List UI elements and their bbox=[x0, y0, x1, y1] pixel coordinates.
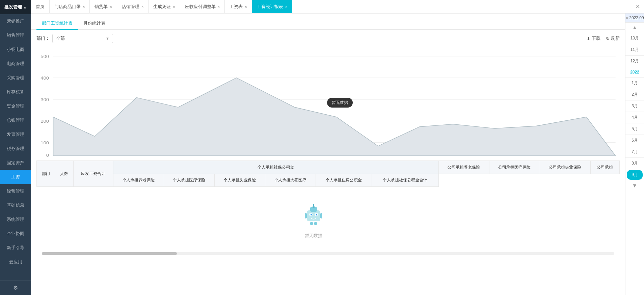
sidebar-item-cloud[interactable]: 云应用 bbox=[0, 255, 31, 269]
content-area: 部门工资统计表 月份统计表 部门： 全部 ▼ ⬇ bbox=[31, 13, 644, 295]
date-panel: ✕ 2022.09 ▲ 10月11月12月20221月2月3月4月5月6月7月8… bbox=[625, 13, 644, 295]
tab-monthly-stats[interactable]: 月份统计表 bbox=[78, 18, 111, 30]
tab-label-store-management: 店铺管理 bbox=[122, 4, 139, 10]
svg-point-24 bbox=[316, 214, 317, 215]
table-container[interactable]: 部门 人数 应发工资合计 个人承担社保公积金 公司承担养老保险 公司承担医疗保险… bbox=[36, 160, 620, 252]
svg-text:500: 500 bbox=[41, 54, 49, 59]
date-item-10[interactable]: 7月 bbox=[625, 146, 644, 158]
date-item-9[interactable]: 6月 bbox=[625, 135, 644, 146]
sidebar-footer: ⚙ bbox=[0, 280, 31, 295]
download-button[interactable]: ⬇ 下载 bbox=[587, 35, 600, 41]
svg-rect-18 bbox=[320, 213, 322, 218]
sidebar-item-ecommerce-small[interactable]: 小畅电商 bbox=[0, 42, 31, 57]
tab-label-payroll-report: 工资统计报表 bbox=[257, 4, 283, 10]
download-label: 下载 bbox=[592, 35, 600, 41]
empty-state: 暂无数据 bbox=[37, 187, 591, 252]
tab-store-management[interactable]: 店铺管理× bbox=[117, 0, 149, 13]
sidebar-item-sales[interactable]: 销售管理 bbox=[0, 28, 31, 42]
toolbar: 部门： 全部 ▼ ⬇ 下载 ↻ 刷新 bbox=[31, 30, 625, 47]
sidebar-nav: 营销推广销售管理小畅电商电商管理采购管理库存核算资金管理总账管理发票管理税务管理… bbox=[0, 14, 31, 269]
col-personal-unemployment: 个人承担失业保险 bbox=[214, 174, 265, 187]
date-item-8[interactable]: 5月 bbox=[625, 123, 644, 135]
col-personal-housing: 个人承担住房公积金 bbox=[316, 174, 372, 187]
sidebar-item-tax[interactable]: 税务管理 bbox=[0, 142, 31, 156]
date-panel-header[interactable]: ✕ 2022.09 bbox=[625, 13, 644, 23]
date-item-3[interactable]: 2022 bbox=[625, 67, 644, 78]
date-item-4[interactable]: 1月 bbox=[625, 78, 644, 89]
table-header-row-detail: 个人承担养老保险 个人承担医疗保险 个人承担失业保险 个人承担大额医疗 个人承担… bbox=[37, 174, 620, 187]
tab-close-sales-order[interactable]: × bbox=[110, 5, 112, 9]
table-scrollbar[interactable] bbox=[42, 252, 614, 255]
date-item-7[interactable]: 4月 bbox=[625, 112, 644, 123]
svg-text:400: 400 bbox=[41, 76, 49, 81]
col-total-salary: 应发工资合计 bbox=[73, 161, 113, 187]
sidebar-title: 批发管理 bbox=[4, 4, 22, 10]
tab-close-payroll[interactable]: × bbox=[245, 5, 247, 9]
tab-sales-order[interactable]: 销货单× bbox=[90, 0, 117, 13]
tab-production-cert[interactable]: 生成凭证× bbox=[149, 0, 180, 13]
tab-label-product-catalog: 门店商品目录 bbox=[54, 4, 81, 10]
col-company-more: 公司承担 bbox=[590, 161, 619, 174]
sidebar-item-finance[interactable]: 资金管理 bbox=[0, 99, 31, 113]
date-item-6[interactable]: 3月 bbox=[625, 100, 644, 112]
sidebar-item-marketing[interactable]: 营销推广 bbox=[0, 14, 31, 28]
sidebar-item-system[interactable]: 系统管理 bbox=[0, 212, 31, 227]
svg-marker-12 bbox=[53, 78, 615, 156]
toolbar-right: ⬇ 下载 ↻ 刷新 bbox=[587, 35, 620, 41]
tab-close-product-catalog[interactable]: × bbox=[83, 5, 85, 9]
data-table: 部门 人数 应发工资合计 个人承担社保公积金 公司承担养老保险 公司承担医疗保险… bbox=[36, 161, 620, 252]
svg-point-15 bbox=[313, 206, 315, 208]
sidebar-item-salary[interactable]: 工资 bbox=[0, 170, 31, 184]
tab-home[interactable]: 首页 bbox=[31, 0, 50, 13]
date-nav-down[interactable]: ▼ bbox=[625, 181, 644, 191]
refresh-icon: ↻ bbox=[606, 36, 610, 41]
date-nav-up[interactable]: ▲ bbox=[625, 23, 644, 33]
tab-ar-adjustment[interactable]: 应收应付调整单× bbox=[180, 0, 225, 13]
date-item-5[interactable]: 2月 bbox=[625, 89, 644, 100]
sidebar-item-invoice[interactable]: 发票管理 bbox=[0, 127, 31, 142]
date-item-2[interactable]: 12月 bbox=[625, 56, 644, 67]
settings-icon[interactable]: ⚙ bbox=[0, 281, 31, 295]
tab-close-store-management[interactable]: × bbox=[141, 5, 143, 9]
date-item-0[interactable]: 10月 bbox=[625, 33, 644, 44]
dept-value: 全部 bbox=[56, 35, 65, 41]
main-area: 首页门店商品目录×销货单×店铺管理×生成凭证×应收应付调整单×工资表×工资统计报… bbox=[31, 0, 644, 295]
sidebar-item-assets[interactable]: 固定资产 bbox=[0, 156, 31, 170]
sidebar-item-collab[interactable]: 企业协同 bbox=[0, 227, 31, 241]
tab-close-payroll-report[interactable]: × bbox=[285, 5, 287, 9]
chart-svg: 500 400 300 200 100 0 bbox=[36, 53, 620, 160]
dept-select[interactable]: 全部 ▼ bbox=[52, 34, 113, 43]
sidebar-item-guide[interactable]: 新手引导 bbox=[0, 241, 31, 255]
date-item-11[interactable]: 8月 bbox=[625, 158, 644, 169]
svg-text:300: 300 bbox=[41, 97, 49, 102]
sidebar-item-purchase[interactable]: 采购管理 bbox=[0, 71, 31, 85]
tab-dept-stats[interactable]: 部门工资统计表 bbox=[36, 18, 78, 30]
tab-payroll[interactable]: 工资表× bbox=[225, 0, 252, 13]
tab-close-ar-adjustment[interactable]: × bbox=[218, 5, 220, 9]
download-icon: ⬇ bbox=[587, 36, 590, 41]
tab-close-production-cert[interactable]: × bbox=[173, 5, 175, 9]
svg-rect-13 bbox=[307, 210, 320, 221]
close-all-tabs-button[interactable]: ✕ bbox=[632, 3, 644, 10]
empty-state-icon bbox=[300, 200, 327, 227]
refresh-button[interactable]: ↻ 刷新 bbox=[606, 35, 620, 41]
sidebar-item-operations[interactable]: 经营管理 bbox=[0, 184, 31, 198]
sidebar-item-ledger[interactable]: 总账管理 bbox=[0, 113, 31, 127]
toolbar-left: 部门： 全部 ▼ bbox=[36, 34, 113, 43]
tab-product-catalog[interactable]: 门店商品目录× bbox=[50, 0, 90, 13]
svg-rect-19 bbox=[310, 222, 313, 225]
sidebar-header[interactable]: 批发管理 ▲ bbox=[0, 0, 31, 14]
sidebar-item-ecommerce[interactable]: 电商管理 bbox=[0, 57, 31, 71]
table-header-row-group: 部门 人数 应发工资合计 个人承担社保公积金 公司承担养老保险 公司承担医疗保险… bbox=[37, 161, 620, 174]
dept-label: 部门： bbox=[36, 35, 50, 41]
sidebar-item-basic[interactable]: 基础信息 bbox=[0, 198, 31, 212]
tab-payroll-report[interactable]: 工资统计报表× bbox=[252, 0, 292, 13]
col-company-unemployment: 公司承担失业保险 bbox=[540, 161, 590, 174]
refresh-label: 刷新 bbox=[611, 35, 620, 41]
sidebar-item-inventory[interactable]: 库存核算 bbox=[0, 85, 31, 99]
scrollbar-thumb bbox=[42, 252, 177, 255]
date-item-12[interactable]: 9月 bbox=[627, 170, 643, 180]
col-company-old: 公司承担养老保险 bbox=[438, 161, 489, 174]
svg-rect-20 bbox=[314, 222, 317, 225]
date-item-1[interactable]: 11月 bbox=[625, 44, 644, 56]
